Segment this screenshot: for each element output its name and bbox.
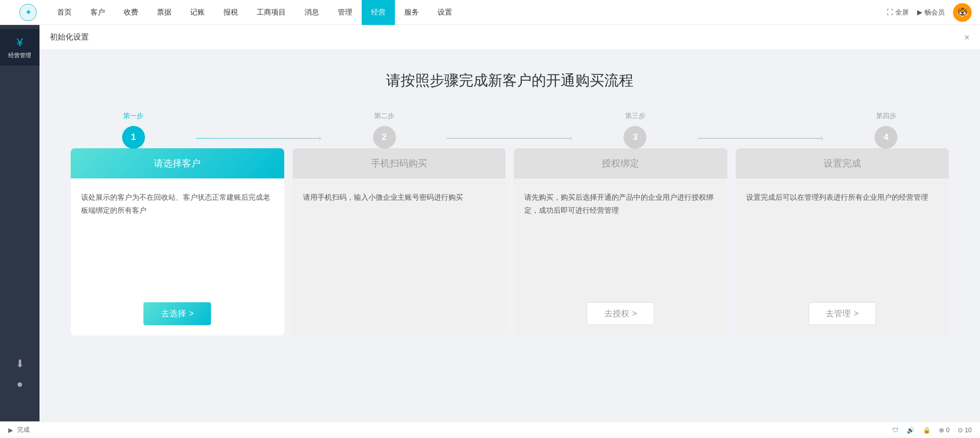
close-button[interactable]: × <box>964 32 970 43</box>
step2-circle: 2 <box>373 126 396 149</box>
top-navigation: ✦ 首页 客户 收费 票据 记账 报税 工商项目 消息 管理 经营 服务 设置 … <box>0 0 980 25</box>
step3-action-button[interactable]: 去授权 > <box>587 302 654 325</box>
step2-card-header: 手机扫码购买 <box>293 148 506 178</box>
play-icon: ▶ <box>917 8 922 16</box>
nav-business[interactable]: 工商项目 <box>247 0 295 25</box>
nav-tax[interactable]: 报税 <box>214 0 247 25</box>
status-bar: ▶ 完成 🛡 🔊 🔒 ⊕ 0 ⊙ 10 <box>0 421 980 438</box>
nav-manage[interactable]: 管理 <box>328 0 362 25</box>
nav-operation[interactable]: 经营 <box>362 0 395 25</box>
step3-card-footer: 去授权 > <box>514 292 727 336</box>
nav-message[interactable]: 消息 <box>295 0 328 25</box>
step2-card: 手机扫码购买 请用手机扫码，输入小微企业主账号密码进行购买 <box>293 148 506 336</box>
step1-action-button[interactable]: 去选择 > <box>143 302 211 325</box>
step4-card-footer: 去管理 > <box>736 292 949 336</box>
status-shield-icon: 🛡 <box>892 427 898 434</box>
status-bar-right: 🛡 🔊 🔒 ⊕ 0 ⊙ 10 <box>892 427 972 434</box>
nav-service[interactable]: 服务 <box>395 0 428 25</box>
sidebar-main-label: 经营管理 <box>8 51 31 59</box>
nav-fee[interactable]: 收费 <box>114 0 148 25</box>
nav-bookkeeping[interactable]: 记账 <box>181 0 214 25</box>
status-counter1: ⊕ 0 <box>939 427 949 434</box>
step1-label: 第一步 <box>123 111 143 121</box>
step3-btn-arrow: > <box>632 309 637 318</box>
nav-right: ⛶ 全屏 ▶ 畅会员 🐯 <box>886 3 972 22</box>
nav-settings[interactable]: 设置 <box>428 0 461 25</box>
status-lock-icon: 🔒 <box>923 427 931 434</box>
step3-card-header: 授权绑定 <box>514 148 727 178</box>
step4-card: 设置完成 设置完成后可以在管理列表进行所有企业用户的经营管理 去管理 > <box>736 148 949 336</box>
step1-card-body: 该处展示的客户为不在回收站、客户状态正常建账后完成老板端绑定的所有客户 <box>71 178 284 292</box>
fullscreen-btn[interactable]: ⛶ 全屏 <box>886 8 909 17</box>
step4-card-body: 设置完成后可以在管理列表进行所有企业用户的经营管理 <box>736 178 949 292</box>
vip-label: 畅会员 <box>924 8 945 17</box>
fullscreen-label: 全屏 <box>895 8 909 17</box>
step4-action-button[interactable]: 去管理 > <box>809 302 876 325</box>
step3-card-body: 请先购买，购买后选择开通的产品中的企业用户进行授权绑定，成功后即可进行经营管理 <box>514 178 727 292</box>
status-volume-icon: 🔊 <box>907 427 915 434</box>
sidebar-support-icon[interactable]: ● <box>17 378 23 390</box>
step3-card: 授权绑定 请先购买，购买后选择开通的产品中的企业用户进行授权绑定，成功后即可进行… <box>514 148 727 336</box>
step3-circle: 3 <box>624 126 646 149</box>
svg-text:✦: ✦ <box>25 7 32 17</box>
sidebar: ¥ 经营管理 ⬇ ● <box>0 25 39 421</box>
step2-card-footer <box>293 299 506 336</box>
vip-btn[interactable]: ▶ 畅会员 <box>917 8 945 17</box>
step1-card-header: 请选择客户 <box>71 148 284 178</box>
step4-card-header: 设置完成 <box>736 148 949 178</box>
main-container: ¥ 经营管理 ⬇ ● 初始化设置 × 请按照步骤完成新客户的开通购买流程 第一步 <box>0 25 980 421</box>
nav-invoice[interactable]: 票据 <box>148 0 181 25</box>
step4-circle: 4 <box>875 126 897 149</box>
step4-label: 第四步 <box>876 111 896 121</box>
page-content: 请按照步骤完成新客户的开通购买流程 第一步 1 › <box>39 50 980 421</box>
status-counter2: ⊙ 10 <box>958 427 972 434</box>
avatar[interactable]: 🐯 <box>953 3 972 22</box>
sidebar-operation-management[interactable]: ¥ 经营管理 <box>0 29 39 66</box>
step4-btn-label: 去管理 <box>826 308 851 319</box>
sidebar-bottom: ⬇ ● <box>0 357 39 421</box>
logo[interactable]: ✦ <box>8 3 48 22</box>
avatar-icon: 🐯 <box>957 7 968 18</box>
fullscreen-icon: ⛶ <box>886 8 893 16</box>
status-play-icon: ▶ <box>8 427 13 434</box>
sidebar-yuan-icon: ¥ <box>17 36 23 49</box>
status-label: 完成 <box>17 426 30 434</box>
nav-home[interactable]: 首页 <box>48 0 81 25</box>
step2-label: 第二步 <box>374 111 394 121</box>
content-panel: 初始化设置 × 请按照步骤完成新客户的开通购买流程 第一步 1 › <box>39 25 980 421</box>
step1-btn-arrow: > <box>189 309 194 318</box>
step1-circle: 1 <box>122 126 145 149</box>
step3-label: 第三步 <box>625 111 645 121</box>
steps-wrapper: 第一步 1 › 第二步 2 › <box>71 111 949 336</box>
panel-header: 初始化设置 × <box>39 25 980 50</box>
step4-btn-arrow: > <box>854 309 858 318</box>
cards-row: 请选择客户 该处展示的客户为不在回收站、客户状态正常建账后完成老板端绑定的所有客… <box>71 148 949 336</box>
step1-btn-label: 去选择 <box>161 308 186 319</box>
nav-customer[interactable]: 客户 <box>81 0 114 25</box>
step2-card-body: 请用手机扫码，输入小微企业主账号密码进行购买 <box>293 178 506 299</box>
nav-items: 首页 客户 收费 票据 记账 报税 工商项目 消息 管理 经营 服务 设置 <box>48 0 886 25</box>
step1-card-footer: 去选择 > <box>71 292 284 336</box>
step1-card: 请选择客户 该处展示的客户为不在回收站、客户状态正常建账后完成老板端绑定的所有客… <box>71 148 284 336</box>
page-main-title: 请按照步骤完成新客户的开通购买流程 <box>71 71 949 91</box>
panel-title: 初始化设置 <box>50 32 89 42</box>
step3-btn-label: 去授权 <box>604 308 629 319</box>
sidebar-download-icon[interactable]: ⬇ <box>16 357 24 370</box>
